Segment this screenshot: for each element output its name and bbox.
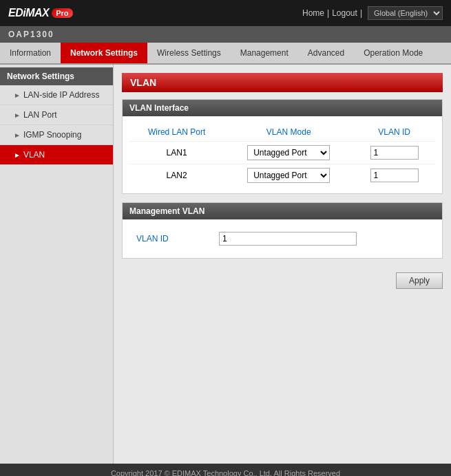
- vlan-interface-title: VLAN Interface: [123, 100, 442, 116]
- management-vlan-content: VLAN ID: [123, 219, 442, 258]
- device-model: OAP1300: [8, 30, 54, 39]
- sidebar-item-lan-side-ip[interactable]: ► LAN-side IP Address: [0, 85, 113, 105]
- sidebar-title: Network Settings: [0, 67, 113, 85]
- sidebar-item-lan-port[interactable]: ► LAN Port: [0, 105, 113, 125]
- table-row: LAN2 Untagged Port Tagged Port Not Membe…: [129, 164, 435, 187]
- sidebar-label-lan-side-ip: LAN-side IP Address: [23, 90, 100, 100]
- sidebar-label-igmp-snooping: IGMP Snooping: [23, 130, 82, 140]
- footer-text: Copyright 2017 © EDIMAX Technology Co., …: [111, 469, 340, 476]
- lan2-vlan-mode-select[interactable]: Untagged Port Tagged Port Not Member: [247, 168, 330, 183]
- sidebar-item-vlan[interactable]: ► VLAN: [0, 145, 113, 165]
- nav-item-information[interactable]: Information: [0, 43, 61, 63]
- col-wired-lan-port: Wired LAN Port: [129, 123, 224, 142]
- sidebar-item-igmp-snooping[interactable]: ► IGMP Snooping: [0, 125, 113, 145]
- sidebar: Network Settings ► LAN-side IP Address ►…: [0, 65, 114, 464]
- main-nav: Information Network Settings Wireless Se…: [0, 43, 451, 65]
- vlan-interface-table: Wired LAN Port VLAN Mode VLAN ID LAN1 Un…: [129, 123, 435, 186]
- management-vlan-title: Management VLAN: [123, 203, 442, 219]
- logo-edimax-text: EDiMAX: [8, 7, 49, 19]
- col-vlan-id: VLAN ID: [353, 123, 435, 142]
- arrow-icon: ►: [14, 131, 21, 139]
- vlan-interface-content: Wired LAN Port VLAN Mode VLAN ID LAN1 Un…: [123, 116, 442, 193]
- nav-item-operation-mode[interactable]: Operation Mode: [354, 43, 432, 63]
- language-select[interactable]: Global (English) Chinese French German: [368, 6, 443, 20]
- lan2-vlan-id-input[interactable]: [370, 169, 419, 182]
- mgmt-vlan-row: VLAN ID: [129, 226, 435, 251]
- arrow-icon: ►: [14, 151, 21, 159]
- lan1-port-label: LAN1: [129, 142, 224, 164]
- button-row: Apply: [122, 267, 443, 294]
- nav-item-network-settings[interactable]: Network Settings: [61, 43, 147, 63]
- logo-pro-badge: Pro: [52, 8, 72, 18]
- lan2-port-label: LAN2: [129, 164, 224, 187]
- content-area: VLAN VLAN Interface Wired LAN Port VLAN …: [114, 65, 451, 464]
- sidebar-label-vlan: VLAN: [23, 150, 45, 160]
- header: EDiMAX Pro Home | Logout | Global (Engli…: [0, 0, 451, 26]
- arrow-icon: ►: [14, 111, 21, 119]
- device-bar: OAP1300: [0, 26, 451, 43]
- nav-item-wireless-settings[interactable]: Wireless Settings: [147, 43, 231, 63]
- mgmt-vlan-id-input[interactable]: [219, 232, 357, 246]
- col-vlan-mode: VLAN Mode: [224, 123, 353, 142]
- main-layout: Network Settings ► LAN-side IP Address ►…: [0, 65, 451, 464]
- logout-link[interactable]: Logout: [332, 8, 357, 18]
- table-row: LAN1 Untagged Port Tagged Port Not Membe…: [129, 142, 435, 164]
- mgmt-vlan-id-label: VLAN ID: [136, 234, 219, 244]
- lan1-vlan-mode-select[interactable]: Untagged Port Tagged Port Not Member: [247, 145, 330, 160]
- nav-item-advanced[interactable]: Advanced: [298, 43, 354, 63]
- header-links: Home | Logout | Global (English) Chinese…: [302, 6, 443, 20]
- home-link[interactable]: Home: [302, 8, 324, 18]
- nav-item-management[interactable]: Management: [231, 43, 298, 63]
- arrow-icon: ►: [14, 91, 21, 99]
- management-vlan-section: Management VLAN VLAN ID: [122, 202, 443, 259]
- logo: EDiMAX Pro: [8, 7, 73, 19]
- apply-button[interactable]: Apply: [396, 272, 443, 289]
- footer: Copyright 2017 © EDIMAX Technology Co., …: [0, 464, 451, 476]
- vlan-interface-section: VLAN Interface Wired LAN Port VLAN Mode …: [122, 99, 443, 194]
- sidebar-label-lan-port: LAN Port: [23, 110, 57, 120]
- lan1-vlan-id-input[interactable]: [370, 146, 419, 160]
- page-title: VLAN: [122, 73, 443, 92]
